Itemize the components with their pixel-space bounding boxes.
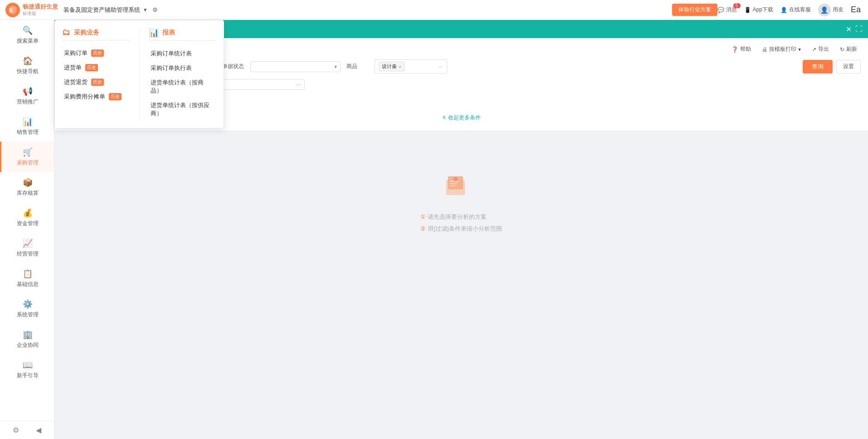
sidebar-item-guide[interactable]: 📖 新手引导 xyxy=(0,355,54,385)
goods-more-btn[interactable]: ··· xyxy=(439,64,443,70)
dropdown-item-inbound[interactable]: 进货单 历史 xyxy=(62,60,130,75)
industry-btn[interactable]: 体验行业方案 xyxy=(672,4,717,16)
sidebar-item-marketing[interactable]: 📢 营销推广 xyxy=(0,81,54,111)
sales-icon: 📊 xyxy=(23,117,33,127)
collapse-icon: ∧ xyxy=(442,114,446,122)
purchase-col-icon: 🗂 xyxy=(62,28,70,37)
dropdown-col-purchase: 🗂 采购业务 采购订单 历史 进货单 历史 进货退货 历史 采购费用分摊单 历史 xyxy=(62,28,130,121)
operation-icon: 📈 xyxy=(23,238,33,248)
system-dropdown-btn[interactable]: ▾ xyxy=(144,6,147,13)
app-download-btn[interactable]: 📱 App下载 xyxy=(744,6,773,14)
dropdown-item-order-exec[interactable]: 采购订单执行表 xyxy=(149,61,217,75)
dropdown-col-purchase-header: 🗂 采购业务 xyxy=(62,28,130,40)
export-btn[interactable]: ↗ 导出 xyxy=(808,44,833,55)
system-icon: ⚙️ xyxy=(23,299,33,309)
purchase-icon: 🛒 xyxy=(23,147,33,157)
action-btns: 查询 设置 xyxy=(803,60,861,74)
goods-tag: 设计秦 × xyxy=(379,62,405,71)
dropdown-col-report-header: 📊 报表 xyxy=(149,28,217,41)
sidebar-item-search[interactable]: 🔍 搜索菜单 xyxy=(0,20,54,50)
goods-tag-remove[interactable]: × xyxy=(399,64,401,69)
print-btn[interactable]: 🖨 按模板打印 ▾ xyxy=(758,44,805,55)
status-more-btn[interactable]: ▾ xyxy=(334,64,337,70)
guide-icon: 📖 xyxy=(23,360,33,370)
logo-area: 6 畅捷通好生意 标准版 xyxy=(5,3,60,17)
top-right: 💬 消息 5 📱 App下载 👤 在线客服 👤 用友 Ea xyxy=(717,4,863,16)
dropdown-item-purchase-cost[interactable]: 采购费用分摊单 历史 xyxy=(62,89,130,104)
finance-icon: 💰 xyxy=(23,208,33,218)
sidebar-item-purchase[interactable]: 🛒 采购管理 xyxy=(0,142,54,172)
svg-rect-5 xyxy=(450,183,458,184)
sidebar-item-sales[interactable]: 📊 销售管理 xyxy=(0,111,54,142)
dropdown-item-inbound-stat-supplier[interactable]: 进货单统计表（按供应商） xyxy=(149,98,217,121)
dropdown-divider xyxy=(139,28,140,121)
message-btn[interactable]: 💬 消息 5 xyxy=(717,6,737,14)
top-bar: 6 畅捷通好生意 标准版 装备及固定资产辅助管理系统 ▾ ⚙ 体验行业方案 💬 … xyxy=(0,0,868,20)
home-icon: 🏠 xyxy=(23,56,33,66)
history-badge-3: 历史 xyxy=(109,93,122,100)
help-icon: ❓ xyxy=(731,46,738,53)
sidebar-item-quick-nav[interactable]: 🏠 快捷导航 xyxy=(0,50,54,81)
logo-icon: 6 xyxy=(5,3,20,17)
system-gear-btn[interactable]: ⚙ xyxy=(151,5,160,15)
user-avatar: 👤 xyxy=(818,4,831,16)
ea-label: Ea xyxy=(851,5,861,15)
sidebar-collapse-btn[interactable]: ◀ xyxy=(36,426,41,434)
marketing-icon: 📢 xyxy=(23,86,33,96)
empty-illustration xyxy=(439,168,484,204)
salesperson-input[interactable]: ··· xyxy=(214,79,305,90)
dropdown-col-report: 📊 报表 采购订单统计表 采购订单执行表 进货单统计表（按商品） 进货单统计表（… xyxy=(149,28,217,121)
print-dropdown-icon: ▾ xyxy=(798,46,801,53)
dropdown-item-purchase-order[interactable]: 采购订单 历史 xyxy=(62,46,130,60)
salesperson-more-btn[interactable]: ··· xyxy=(296,81,301,88)
user-btn[interactable]: 👤 用友 xyxy=(818,4,844,16)
svg-rect-6 xyxy=(450,185,456,187)
refresh-btn[interactable]: ↻ 刷新 xyxy=(836,44,861,55)
help-btn[interactable]: ❓ 帮助 xyxy=(728,44,755,55)
dropdown-item-inbound-return[interactable]: 进货退货 历史 xyxy=(62,75,130,89)
status-input[interactable]: ▾ xyxy=(250,61,341,72)
goods-input[interactable]: 设计秦 × ··· xyxy=(375,59,447,74)
logo-text: 畅捷通好生意 标准版 xyxy=(23,3,58,17)
dropdown-item-inbound-stat-goods[interactable]: 进货单统计表（按商品） xyxy=(149,75,217,98)
history-badge-2: 历史 xyxy=(91,79,104,86)
sidebar-item-finance[interactable]: 💰 资金管理 xyxy=(0,202,54,233)
stock-icon: 📦 xyxy=(23,178,33,187)
query-btn[interactable]: 查询 xyxy=(803,60,833,74)
system-title: 装备及固定资产辅助管理系统 ▾ ⚙ xyxy=(63,5,668,15)
enterprise-icon: 🏢 xyxy=(23,330,33,340)
sidebar-item-system[interactable]: ⚙️ 系统管理 xyxy=(0,294,54,324)
settings-btn[interactable]: 设置 xyxy=(836,60,861,74)
sidebar-settings-btn[interactable]: ⚙ xyxy=(13,426,19,434)
toolbar-right: ❓ 帮助 🖨 按模板打印 ▾ ↗ 导出 ↻ xyxy=(728,44,861,55)
empty-tips: ①请先选择要分析的方案 ②用[过滤]条件来缩小分析范围 xyxy=(420,211,502,235)
sidebar-item-base-info[interactable]: 📋 基础信息 xyxy=(0,263,54,294)
dropdown-item-order-stat[interactable]: 采购订单统计表 xyxy=(149,46,217,61)
sidebar: 🔍 搜索菜单 🏠 快捷导航 📢 营销推广 📊 销售管理 🛒 采购管理 📦 库存核… xyxy=(0,20,54,439)
dropdown-menu: 🗂 采购业务 采购订单 历史 进货单 历史 进货退货 历史 采购费用分摊单 历史… xyxy=(54,20,224,128)
svg-text:6: 6 xyxy=(10,7,13,14)
history-badge-1: 历史 xyxy=(85,64,98,71)
sidebar-item-enterprise[interactable]: 🏢 企业协同 xyxy=(0,324,54,355)
base-info-icon: 📋 xyxy=(23,269,33,279)
tab-close-all-btn[interactable]: ✕ xyxy=(846,25,852,34)
export-icon: ↗ xyxy=(812,46,816,53)
search-icon: 🔍 xyxy=(23,25,33,35)
print-icon: 🖨 xyxy=(762,46,767,53)
sidebar-item-operation[interactable]: 📈 经营管理 xyxy=(0,233,54,263)
empty-state: ①请先选择要分析的方案 ②用[过滤]条件来缩小分析范围 xyxy=(54,131,868,271)
tab-actions: ✕ ⛶ xyxy=(840,25,868,34)
online-service-btn[interactable]: 👤 在线客服 xyxy=(780,6,811,14)
svg-rect-4 xyxy=(450,181,459,182)
sidebar-item-stock[interactable]: 📦 库存核算 xyxy=(0,172,54,202)
history-badge-0: 历史 xyxy=(91,49,104,57)
report-col-icon: 📊 xyxy=(149,28,159,38)
tab-expand-btn[interactable]: ⛶ xyxy=(855,25,863,33)
refresh-icon: ↻ xyxy=(840,46,844,53)
sidebar-bottom: ⚙ ◀ xyxy=(0,421,54,439)
